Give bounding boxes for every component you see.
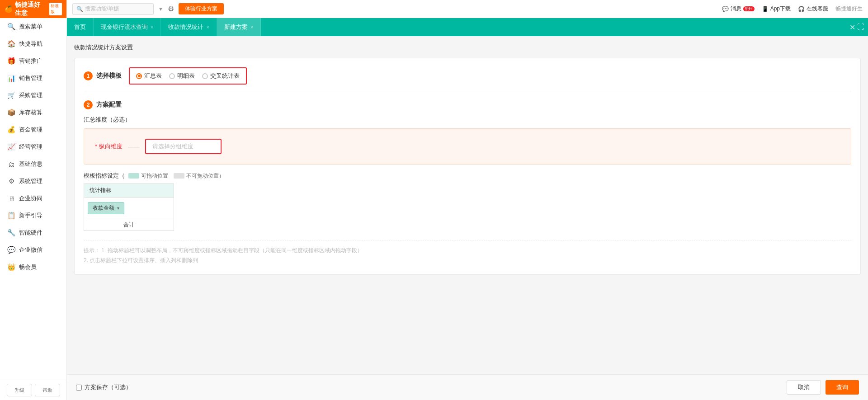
sidebar-item-label: 智能硬件 bbox=[19, 229, 42, 237]
tab-new-plan-close[interactable]: × bbox=[250, 24, 253, 30]
section2-num: 2 bbox=[84, 100, 93, 109]
sidebar-item-purchase[interactable]: 🛒 采购管理 bbox=[0, 87, 66, 104]
radio-cross-circle bbox=[202, 73, 208, 79]
indicator-tag-row: 收款金额 ▾ bbox=[84, 198, 174, 219]
content-area: 收款情况统计方案设置 1 选择模板 汇总表 bbox=[67, 36, 868, 374]
sidebar-item-label: 库存核算 bbox=[19, 108, 42, 117]
tab-receipt-stat-label: 收款情况统计 bbox=[168, 23, 203, 31]
sidebar-item-search-menu[interactable]: 🔍 搜索菜单 bbox=[0, 18, 66, 35]
home-icon: 🏠 bbox=[7, 40, 15, 48]
save-label: 方案保存（可选） bbox=[85, 383, 132, 391]
sidebar-item-smart-hw[interactable]: 🔧 智能硬件 bbox=[0, 224, 66, 241]
tab-bar: 首页 现金银行流水查询 × 收款情况统计 × 新建方案 × ✕ ⛶ bbox=[67, 18, 868, 36]
sidebar-item-label: 畅会员 bbox=[19, 263, 37, 271]
sidebar-item-label: 系统管理 bbox=[19, 177, 42, 185]
sidebar-item-operation[interactable]: 📈 经营管理 bbox=[0, 138, 66, 155]
indicator-settings: 模板指标设定（ 可拖动位置 不可拖动位置） bbox=[84, 172, 851, 231]
dimension-select[interactable]: 请选择分组维度 bbox=[145, 139, 222, 154]
sidebar-item-quick-nav[interactable]: 🏠 快捷导航 bbox=[0, 35, 66, 52]
tab-bank-flow-close[interactable]: × bbox=[151, 24, 153, 30]
sales-icon: 📊 bbox=[7, 74, 15, 82]
vertical-dimension-label: * 纵向维度 bbox=[95, 142, 123, 151]
legend-non-draggable: 不可拖动位置） bbox=[174, 172, 224, 180]
gear-icon[interactable]: ⚙ bbox=[168, 5, 174, 13]
legend-draggable: 可拖动位置 bbox=[128, 172, 168, 180]
radio-group: 汇总表 明细表 交叉统计表 bbox=[136, 72, 240, 80]
finance-icon: 💰 bbox=[7, 126, 15, 134]
guide-icon: 📋 bbox=[7, 212, 15, 220]
sidebar-item-label: 搜索菜单 bbox=[19, 23, 42, 31]
radio-summary[interactable]: 汇总表 bbox=[136, 72, 162, 80]
legend-non-draggable-label: 不可拖动位置） bbox=[186, 172, 224, 180]
message-badge: 99+ bbox=[743, 6, 755, 11]
indicator-table-header: 统计指标 bbox=[84, 184, 174, 198]
tab-receipt-stat[interactable]: 收款情况统计 × bbox=[161, 18, 217, 36]
indicator-tag-label: 收款金额 bbox=[93, 204, 114, 212]
footer-save-option: 方案保存（可选） bbox=[76, 383, 132, 391]
dimension-arrow: —— bbox=[128, 143, 140, 150]
message-label: 消息 bbox=[731, 5, 741, 13]
tab-new-plan[interactable]: 新建方案 × bbox=[217, 18, 261, 36]
topbar-right: 💬 消息 99+ 📱 App下载 🎧 在线客服 畅捷通好生 bbox=[722, 5, 863, 13]
logo-icon: 🍊 bbox=[5, 5, 12, 13]
tab-expand-icon[interactable]: ⛶ bbox=[857, 23, 864, 31]
sidebar-item-finance[interactable]: 💰 资金管理 bbox=[0, 121, 66, 138]
tab-home[interactable]: 首页 bbox=[67, 18, 94, 36]
tab-close-all-icon[interactable]: ✕ bbox=[849, 23, 855, 32]
purchase-icon: 🛒 bbox=[7, 91, 15, 99]
sidebar-item-inventory[interactable]: 📦 库存核算 bbox=[0, 104, 66, 121]
smart-hw-icon: 🔧 bbox=[7, 229, 15, 237]
sidebar-item-system[interactable]: ⚙ 系统管理 bbox=[0, 173, 66, 190]
footer: 方案保存（可选） 取消 查询 bbox=[67, 374, 868, 400]
section2: 2 方案配置 汇总维度（必选） * 纵向维度 —— 请选择分组维度 bbox=[84, 100, 851, 265]
footer-buttons: 取消 查询 bbox=[787, 380, 859, 395]
tip2: 2. 点击标题栏下拉可设置排序、插入列和删除列 bbox=[84, 256, 851, 266]
sidebar-item-label: 资金管理 bbox=[19, 126, 42, 134]
tab-bank-flow[interactable]: 现金银行流水查询 × bbox=[94, 18, 161, 36]
operation-icon: 📈 bbox=[7, 143, 15, 151]
topbar-arrow[interactable]: ▼ bbox=[158, 6, 163, 12]
logo-text: 畅捷通好生意 bbox=[15, 1, 47, 17]
inventory-icon: 📦 bbox=[7, 108, 15, 117]
sidebar-item-label: 快捷导航 bbox=[19, 40, 42, 48]
sidebar-item-guide[interactable]: 📋 新手引导 bbox=[0, 207, 66, 224]
radio-detail[interactable]: 明细表 bbox=[169, 72, 195, 80]
search-menu-icon: 🔍 bbox=[7, 23, 15, 31]
upgrade-button[interactable]: 升级 bbox=[7, 384, 32, 396]
service-button[interactable]: 🎧 在线客服 bbox=[798, 5, 828, 13]
tip1: 提示： 1. 拖动标题栏可以调整布局，不可跨维度或指标区域拖动栏目字段（只能在同… bbox=[84, 246, 851, 256]
search-box[interactable]: 🔍 搜索功能/单据 bbox=[72, 3, 154, 15]
sidebar-item-wechat[interactable]: 💬 企业微信 bbox=[0, 241, 66, 259]
cooperation-icon: 🖥 bbox=[7, 195, 15, 202]
message-button[interactable]: 💬 消息 99+ bbox=[722, 5, 755, 13]
section1-num: 1 bbox=[84, 71, 93, 80]
indicator-tag-receipt[interactable]: 收款金额 ▾ bbox=[88, 202, 124, 214]
sidebar-item-marketing[interactable]: 🎁 营销推广 bbox=[0, 52, 66, 70]
trial-button[interactable]: 体验行业方案 bbox=[179, 3, 224, 14]
download-button[interactable]: 📱 App下载 bbox=[762, 5, 791, 13]
topbar: 🔍 搜索功能/单据 ▼ ⚙ 体验行业方案 💬 消息 99+ 📱 App下载 🎧 … bbox=[67, 0, 868, 18]
sidebar-item-sales[interactable]: 📊 销售管理 bbox=[0, 70, 66, 87]
sidebar-item-cooperation[interactable]: 🖥 企业协同 bbox=[0, 190, 66, 207]
download-label: App下载 bbox=[770, 5, 791, 13]
main-area: 🔍 搜索功能/单据 ▼ ⚙ 体验行业方案 💬 消息 99+ 📱 App下载 🎧 … bbox=[67, 0, 868, 400]
message-icon: 💬 bbox=[722, 6, 729, 12]
help-button[interactable]: 帮助 bbox=[35, 384, 60, 396]
basic-info-icon: 🗂 bbox=[7, 160, 15, 168]
sidebar-item-basic-info[interactable]: 🗂 基础信息 bbox=[0, 155, 66, 173]
logo-badge: 标准版 bbox=[49, 3, 62, 15]
dimension-area: * 纵向维度 —— 请选择分组维度 bbox=[84, 128, 851, 165]
search-icon: 🔍 bbox=[76, 6, 83, 12]
query-button[interactable]: 查询 bbox=[826, 380, 859, 395]
section1: 1 选择模板 汇总表 明细表 bbox=[84, 67, 851, 85]
system-icon: ⚙ bbox=[7, 177, 15, 185]
radio-cross[interactable]: 交叉统计表 bbox=[202, 72, 240, 80]
save-checkbox[interactable] bbox=[76, 385, 82, 391]
cancel-button[interactable]: 取消 bbox=[787, 380, 821, 395]
sidebar-item-member[interactable]: 👑 畅会员 bbox=[0, 259, 66, 276]
sidebar-logo: 🍊 畅捷通好生意 标准版 bbox=[0, 0, 66, 18]
tab-receipt-stat-close[interactable]: × bbox=[206, 24, 209, 30]
dimension-select-placeholder: 请选择分组维度 bbox=[152, 142, 193, 151]
template-selection-box: 汇总表 明细表 交叉统计表 bbox=[129, 67, 247, 85]
tab-bar-actions: ✕ ⛶ bbox=[849, 18, 868, 36]
